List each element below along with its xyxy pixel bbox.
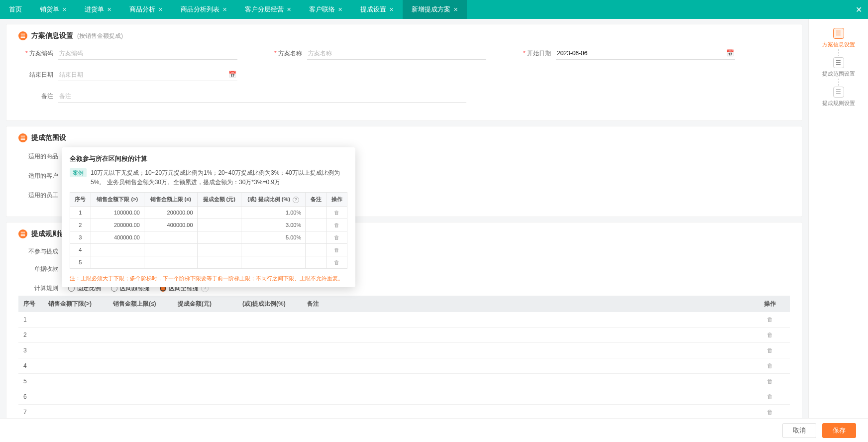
emp-label: 适用的员工 [18,188,58,208]
remark-label: 备注 [18,92,58,101]
popup-title: 全额参与所在区间段的计算 [70,154,347,163]
delete-icon[interactable]: 🗑 [767,332,773,338]
tab-首页[interactable]: 首页 [0,0,31,19]
calc-rule-label: 计算规则 [18,284,58,293]
section-icon: ☰ [18,229,27,238]
goods-label: 适用的商品 [18,149,58,169]
tab-close-icon[interactable]: ✕ [222,6,227,13]
calendar-icon[interactable]: 📅 [726,49,734,57]
delete-icon[interactable]: 🗑 [767,378,773,385]
delete-icon[interactable]: 🗑 [334,234,339,240]
delete-icon[interactable]: 🗑 [334,222,339,228]
delete-icon[interactable]: 🗑 [767,347,773,354]
footer-bar: 取消 保存 [0,418,868,442]
rule-table: 序号销售金额下限(>)销售金额上限(≤)提成金额(元)(或)提成比例(%)备注操… [18,296,790,418]
start-date-label: 开始日期 [516,49,556,58]
cancel-button[interactable]: 取消 [782,423,816,438]
exclude-label: 不参与提成 [18,245,58,263]
anchor-icon: ☰ [833,57,844,68]
tab-close-icon[interactable]: ✕ [453,6,458,13]
tab-bar-close[interactable]: ✕ [849,0,868,19]
cust-label: 适用的客户 [18,169,58,188]
delete-icon[interactable]: 🗑 [334,259,339,265]
tab-新增提成方案[interactable]: 新增提成方案✕ [403,0,467,19]
tab-close-icon[interactable]: ✕ [287,6,291,13]
example-text: 10万元以下无提成；10~20万元提成比例为1%；20~40万提成比例为3%；4… [91,168,347,187]
table-row[interactable]: 2🗑 [18,328,790,343]
delete-icon[interactable]: 🗑 [334,247,339,253]
tab-close-icon[interactable]: ✕ [107,6,111,13]
end-date-input[interactable] [58,69,237,81]
tab-close-icon[interactable]: ✕ [62,6,67,13]
delete-icon[interactable]: 🗑 [767,393,773,400]
table-row[interactable]: 7🗑 [18,405,790,419]
section3-title: 提成规则设 [31,229,66,238]
section-icon: ☰ [18,31,27,40]
table-row[interactable]: 3🗑 [18,343,790,358]
table-row[interactable]: 5🗑 [18,374,790,389]
delete-icon[interactable]: 🗑 [767,362,773,369]
delete-icon[interactable]: 🗑 [334,210,339,216]
section-icon: ☰ [18,133,27,142]
section1-title: 方案信息设置 [31,31,73,40]
anchor-0[interactable]: ☰方案信息设置 [822,28,855,48]
save-button[interactable]: 保存 [822,423,856,438]
table-row[interactable]: 1🗑 [18,312,790,328]
anchor-2[interactable]: ☰提成规则设置 [822,87,855,107]
table-row[interactable]: 4🗑 [18,358,790,374]
table-row[interactable]: 6🗑 [18,389,790,405]
delete-icon[interactable]: 🗑 [767,316,773,323]
code-input[interactable] [58,47,237,60]
anchor-nav: ☰方案信息设置☰提成范围设置☰提成规则设置 [808,19,868,418]
anchor-icon: ☰ [833,87,844,98]
delete-icon[interactable]: 🗑 [767,409,773,416]
start-date-input[interactable] [556,47,735,60]
tab-close-icon[interactable]: ✕ [389,6,394,13]
end-date-label: 结束日期 [18,71,58,79]
tab-bar: 首页销货单✕进货单✕商品分析✕商品分析列表✕客户分层经营✕客户联络✕提成设置✕新… [0,0,868,19]
tooltip-popup: 全额参与所在区间段的计算 案例 10万元以下无提成；10~20万元提成比例为1%… [62,147,355,287]
tab-客户分层经营[interactable]: 客户分层经营✕ [236,0,300,19]
section2-title: 提成范围设 [31,133,66,142]
remark-input[interactable] [58,90,466,103]
tab-销货单[interactable]: 销货单✕ [31,0,76,19]
example-table: 序号销售金额下限 (>)销售金额上限 (≤)提成金额 (元)(或) 提成比例 (… [70,192,347,269]
example-chip: 案例 [70,168,87,177]
tab-客户联络[interactable]: 客户联络✕ [300,0,351,19]
name-label: 方案名称 [267,49,307,58]
question-icon: ? [293,197,299,203]
calendar-icon[interactable]: 📅 [228,71,236,78]
tab-提成设置[interactable]: 提成设置✕ [351,0,403,19]
tab-close-icon[interactable]: ✕ [158,6,163,13]
section1-subtitle: (按销售金额提成) [77,32,123,40]
popup-note: 注：上限必须大于下限；多个阶梯时，下一个阶梯下限要等于前一阶梯上限；不同行之间下… [70,275,347,282]
tab-商品分析列表[interactable]: 商品分析列表✕ [172,0,236,19]
section-plan-info: ☰ 方案信息设置 (按销售金额提成) 方案编码 方案名称 [6,24,802,121]
code-label: 方案编码 [18,49,58,58]
tab-进货单[interactable]: 进货单✕ [76,0,120,19]
collect-label: 单据收款 [18,263,58,280]
tab-商品分析[interactable]: 商品分析✕ [120,0,172,19]
anchor-1[interactable]: ☰提成范围设置 [822,57,855,78]
anchor-icon: ☰ [833,28,844,39]
tab-close-icon[interactable]: ✕ [338,6,342,13]
name-input[interactable] [307,47,486,60]
